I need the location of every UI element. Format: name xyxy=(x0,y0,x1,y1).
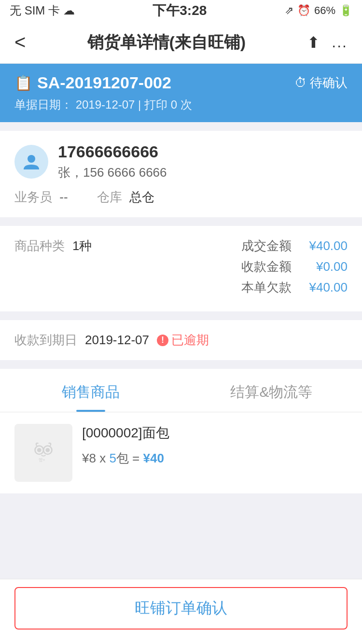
order-banner: 📋 SA-20191207-002 ⏱ 待确认 单据日期： 2019-12-07… xyxy=(0,64,362,122)
customer-info: 17666666666 张，156 6666 6666 xyxy=(58,142,167,181)
overdue-text: 已逾期 xyxy=(171,332,209,349)
amount-summary: 成交金额 ¥40.00 收款金额 ¥0.00 本单欠款 ¥40.00 xyxy=(241,238,348,300)
nav-bar: < 销货单详情(来自旺铺) ⬆ ... xyxy=(0,21,362,64)
status-time: 下午3:28 xyxy=(153,1,207,20)
order-banner-top: 📋 SA-20191207-002 ⏱ 待确认 xyxy=(14,73,348,92)
owed-amount-value: ¥40.00 xyxy=(299,280,348,295)
customer-row: 17666666666 张，156 6666 6666 xyxy=(14,142,348,181)
page-title: 销货单详情(来自旺铺) xyxy=(87,31,246,54)
bottom-space xyxy=(0,493,362,571)
more-icon[interactable]: ... xyxy=(332,33,348,51)
order-icon: 📋 xyxy=(14,74,32,91)
overdue-badge: ! 已逾期 xyxy=(157,332,209,349)
svg-point-4 xyxy=(45,448,50,452)
category-label: 商品种类 xyxy=(14,238,65,254)
alarm-icon: ⏰ xyxy=(297,4,310,17)
category-value: 1种 xyxy=(72,238,92,254)
summary-row: 商品种类 1种 成交金额 ¥40.00 收款金额 ¥0.00 本单欠款 ¥40.… xyxy=(14,238,348,300)
share-icon[interactable]: ⬆ xyxy=(307,33,320,52)
deal-amount-row: 成交金额 ¥40.00 xyxy=(241,238,348,254)
received-amount-value: ¥0.00 xyxy=(299,259,348,274)
product-item: 管+ [0000002]面包 ¥8 x 5包 = ¥40 xyxy=(0,412,362,493)
svg-text:管+: 管+ xyxy=(39,457,45,462)
summary-card: 商品种类 1种 成交金额 ¥40.00 收款金额 ¥0.00 本单欠款 ¥40.… xyxy=(0,226,362,311)
status-bar: 无 SIM 卡 ☁ 下午3:28 ⇗ ⏰ 66% 🔋 xyxy=(0,0,362,21)
product-info: [0000002]面包 ¥8 x 5包 = ¥40 xyxy=(82,424,348,482)
product-thumbnail: 管+ xyxy=(14,424,72,482)
svg-point-0 xyxy=(28,155,35,163)
customer-card: 17666666666 张，156 6666 6666 业务员 -- 仓库 总仓 xyxy=(0,131,362,217)
salesman-field: 业务员 -- xyxy=(14,189,68,206)
back-button[interactable]: < xyxy=(14,31,26,53)
overdue-dot-icon: ! xyxy=(157,335,168,346)
order-id: 📋 SA-20191207-002 xyxy=(14,73,171,92)
nav-right-actions: ⬆ ... xyxy=(307,33,348,52)
sim-status: 无 SIM 卡 ☁ xyxy=(10,3,75,18)
warehouse-field: 仓库 总仓 xyxy=(97,189,154,206)
price-label: ¥8 x xyxy=(82,451,109,465)
confirm-order-button[interactable]: 旺铺订单确认 xyxy=(14,587,348,630)
payment-due-label: 收款到期日 xyxy=(14,332,77,349)
owed-amount-row: 本单欠款 ¥40.00 xyxy=(241,279,348,296)
tabs-header: 销售商品 结算&物流等 xyxy=(0,369,362,412)
location-icon: ⇗ xyxy=(285,4,293,17)
received-amount-row: 收款金额 ¥0.00 xyxy=(241,258,348,275)
battery-status: 66% xyxy=(314,4,335,17)
product-total: ¥40 xyxy=(143,451,164,465)
order-date: 单据日期： 2019-12-07 | 打印 0 次 xyxy=(14,97,348,112)
svg-point-3 xyxy=(37,448,42,452)
payment-due-date: 2019-12-07 xyxy=(85,333,149,348)
tab-products[interactable]: 销售商品 xyxy=(0,369,181,412)
customer-name: 张，156 6666 6666 xyxy=(58,164,167,181)
payment-due-card: 收款到期日 2019-12-07 ! 已逾期 xyxy=(0,320,362,360)
received-amount-label: 收款金额 xyxy=(241,258,292,275)
avatar xyxy=(14,145,48,179)
deal-amount-value: ¥40.00 xyxy=(299,238,348,253)
warehouse-label: 仓库 xyxy=(97,190,122,204)
salesman-label: 业务员 xyxy=(14,190,52,204)
product-price: ¥8 x 5包 = ¥40 xyxy=(82,450,348,467)
tabs-container: 销售商品 结算&物流等 管+ [0000002]面包 xyxy=(0,369,362,493)
product-name: [0000002]面包 xyxy=(82,424,348,442)
tab-settlement[interactable]: 结算&物流等 xyxy=(181,369,362,412)
bottom-bar: 旺铺订单确认 xyxy=(0,579,362,644)
customer-phone: 17666666666 xyxy=(58,142,167,161)
customer-meta: 业务员 -- 仓库 总仓 xyxy=(14,189,348,206)
warehouse-value: 总仓 xyxy=(129,190,154,204)
battery-icon: 🔋 xyxy=(339,4,352,17)
status-left: 无 SIM 卡 ☁ xyxy=(10,3,75,18)
status-right: ⇗ ⏰ 66% 🔋 xyxy=(285,4,352,17)
owed-amount-label: 本单欠款 xyxy=(241,279,292,296)
category-info: 商品种类 1种 xyxy=(14,238,92,254)
product-qty: 5 xyxy=(109,451,116,465)
salesman-value: -- xyxy=(59,190,68,204)
deal-amount-label: 成交金额 xyxy=(241,238,292,254)
order-status: ⏱ 待确认 xyxy=(294,74,348,91)
clock-icon: ⏱ xyxy=(294,75,307,90)
